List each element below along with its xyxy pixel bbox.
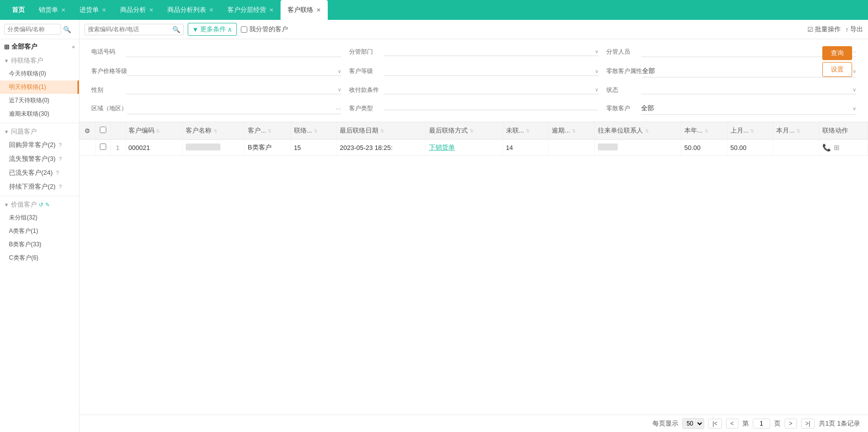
nav-product-analysis[interactable]: 商品分析 ✕ <box>113 0 160 20</box>
filter-phone-input[interactable] <box>126 47 341 57</box>
triangle-down-icon-3: ▼ <box>4 202 9 208</box>
action-icons: 📞 ⊞ <box>822 144 865 151</box>
refresh-icon[interactable]: ↺ <box>39 202 43 208</box>
first-page-btn[interactable]: |< <box>708 419 722 429</box>
sidebar-item-lost[interactable]: 已流失客户(24) ? <box>0 166 79 180</box>
sidebar-search-area: 🔍 <box>0 20 79 39</box>
sidebar-item-ungrouped[interactable]: 未分组(32) <box>0 211 79 224</box>
filter-customer-type-select[interactable] <box>384 107 599 110</box>
filter-gender-select[interactable]: ∨ <box>126 85 341 94</box>
page-size-select[interactable]: 50 <box>682 418 704 429</box>
row-select-checkbox[interactable] <box>100 144 106 150</box>
grid-action-icon[interactable]: ⊞ <box>834 144 840 151</box>
filter-retail-attr-select[interactable]: 全部 ∨ <box>642 65 856 77</box>
col-code[interactable]: 客户编码 ⇅ <box>125 122 182 140</box>
sidebar-all-customers[interactable]: ⊞ 全部客户 « <box>0 39 79 54</box>
sidebar-item-overdue[interactable]: 逾期未联络(30) <box>0 107 79 121</box>
col-unit-contact[interactable]: 往来单位联系人 ⇅ <box>594 122 681 140</box>
sidebar-search-icon[interactable]: 🔍 <box>63 26 71 33</box>
sidebar-collapse-btn[interactable]: « <box>72 44 75 50</box>
sort-icon-10: ⇅ <box>705 129 709 134</box>
last-method-link[interactable]: 下销货单 <box>429 144 455 151</box>
search-box: 🔍 <box>84 24 184 35</box>
filter-area-select[interactable]: ··· <box>127 103 341 114</box>
sidebar-item-declining[interactable]: 持续下滑客户(2) ? <box>0 180 79 194</box>
filter-customer-grade-select[interactable]: ∨ <box>384 67 599 76</box>
chevron-down-icon-7: ∨ <box>853 87 856 92</box>
customer-name-masked <box>186 144 220 150</box>
sidebar-item-a-class[interactable]: A类客户(1) <box>0 224 79 238</box>
col-last-method[interactable]: 最后联络方式 ⇅ <box>426 122 503 140</box>
search-icon[interactable]: 🔍 <box>172 26 180 33</box>
row-last-method[interactable]: 下销货单 <box>426 140 503 156</box>
prev-page-btn[interactable]: < <box>726 419 738 429</box>
filter-person: 分管人员 ··· 查询 设置 <box>602 44 860 59</box>
sort-icon-8: ⇅ <box>572 129 576 134</box>
sidebar-item-b-class[interactable]: B类客户(33) <box>0 238 79 251</box>
close-purchase-order[interactable]: ✕ <box>102 7 106 13</box>
page-input[interactable] <box>753 419 770 429</box>
close-customer-contact[interactable]: ✕ <box>316 7 321 13</box>
nav-customer-layering[interactable]: 客户分层经营 ✕ <box>220 0 281 20</box>
filter-retail-attr-label: 零散客户属性 <box>606 67 642 75</box>
col-this-year[interactable]: 本年... ⇅ <box>681 122 727 140</box>
col-type[interactable]: 客户... ⇅ <box>245 122 291 140</box>
col-name[interactable]: 客户名称 ⇅ <box>182 122 244 140</box>
sidebar-item-warning[interactable]: 流失预警客户(3) ? <box>0 152 79 166</box>
filter-retail-customer: 零散客户 全部 ∨ <box>602 100 860 117</box>
sidebar-search-input[interactable] <box>4 24 61 35</box>
filter-area-dots[interactable]: ··· <box>336 105 341 112</box>
col-gear[interactable]: ⚙ <box>79 122 95 140</box>
close-customer-layering[interactable]: ✕ <box>269 7 274 13</box>
sidebar-item-tomorrow[interactable]: 明天待联络(1) <box>0 80 79 94</box>
nav-customer-contact[interactable]: 客户联络 ✕ <box>281 0 328 20</box>
batch-ops-btn[interactable]: ☑ 批量操作 <box>807 25 841 34</box>
next-page-btn[interactable]: > <box>785 419 797 429</box>
search-input[interactable] <box>88 26 172 33</box>
phone-icon[interactable]: 📞 <box>822 144 831 151</box>
col-this-month[interactable]: 本月... ⇅ <box>773 122 819 140</box>
col-last-month[interactable]: 上月... ⇅ <box>727 122 773 140</box>
content-area: 🔍 ▼ 更多条件 ∧ 我分管的客户 ☑ 批量操作 ↑ 导出 <box>79 20 868 432</box>
my-customers-checkbox[interactable] <box>241 26 247 33</box>
close-sales-order[interactable]: ✕ <box>61 7 66 13</box>
filter-dept-select[interactable]: ∨ <box>384 47 599 56</box>
row-type: B类客户 <box>245 140 291 156</box>
sidebar-item-c-class[interactable]: C类客户(6) <box>0 251 79 265</box>
query-btn[interactable]: 查询 <box>822 46 852 60</box>
sidebar-item-today[interactable]: 今天待联络(0) <box>0 67 79 80</box>
nav-home[interactable]: 首页 <box>5 0 32 20</box>
chevron-down-icon: ∨ <box>595 49 598 54</box>
sidebar-item-7days[interactable]: 近7天待联络(0) <box>0 94 79 107</box>
nav-product-analysis-list[interactable]: 商品分析列表 ✕ <box>160 0 220 20</box>
sidebar-item-abnormal[interactable]: 回购异常客户(2) ? <box>0 138 79 152</box>
info-icon-abnormal: ? <box>59 142 62 148</box>
close-product-analysis[interactable]: ✕ <box>149 7 153 13</box>
close-product-analysis-list[interactable]: ✕ <box>209 7 214 13</box>
filter-payment-select[interactable]: ∨ <box>384 85 599 94</box>
sort-icon-5: ⇅ <box>380 129 384 134</box>
edit-icon[interactable]: ✎ <box>45 202 50 208</box>
last-page-btn[interactable]: >| <box>801 419 815 429</box>
col-contact[interactable]: 联络... ⇅ <box>290 122 337 140</box>
row-name[interactable] <box>182 140 244 156</box>
filter-status-select[interactable]: ∨ <box>641 85 856 94</box>
select-all-checkbox[interactable] <box>100 127 106 133</box>
export-btn[interactable]: ↑ 导出 <box>846 25 864 34</box>
nav-sales-order[interactable]: 销货单 ✕ <box>32 0 72 20</box>
filter-retail-customer-select[interactable]: 全部 ∨ <box>641 102 856 115</box>
filter-retail-attr: 零散客户属性 全部 ∨ <box>602 63 860 79</box>
more-filters-btn[interactable]: ▼ 更多条件 ∧ <box>188 23 237 36</box>
col-overdue[interactable]: 逾期... ⇅ <box>549 122 595 140</box>
filter-customer-level-select[interactable]: ∨ <box>127 67 341 76</box>
row-overdue <box>549 140 595 156</box>
col-num <box>110 122 125 140</box>
my-customers-filter[interactable]: 我分管的客户 <box>241 25 288 34</box>
nav-purchase-order[interactable]: 进货单 ✕ <box>72 0 113 20</box>
gear-icon-header[interactable]: ⚙ <box>84 127 90 135</box>
col-last-date[interactable]: 最后联络日期 ⇅ <box>337 122 426 140</box>
filter-dept: 分管部门 ∨ <box>345 44 603 59</box>
col-not-contacted[interactable]: 未联... ⇅ <box>503 122 549 140</box>
row-checkbox <box>95 140 110 156</box>
sidebar: 🔍 ⊞ 全部客户 « ▼ 待联络客户 今天待联络(0) 明天待联络(1) 近7天… <box>0 20 79 432</box>
